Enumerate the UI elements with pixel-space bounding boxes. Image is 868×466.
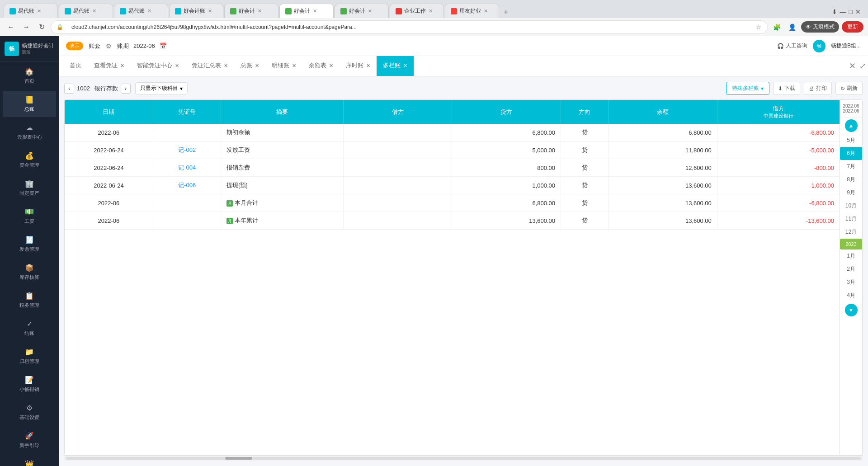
tab-detail-ledger-close[interactable]: ✕ bbox=[292, 63, 296, 69]
browser-tab-8[interactable]: 企业工作 ✕ bbox=[390, 4, 444, 18]
browser-tab-4[interactable]: 好会计账 ✕ bbox=[169, 4, 223, 18]
tab-multi-col-close[interactable]: ✕ bbox=[403, 63, 407, 69]
tab-icon-2 bbox=[65, 8, 71, 14]
account-name: 银行存款 bbox=[94, 85, 118, 93]
tab-voucher-view[interactable]: 查看凭证 ✕ bbox=[88, 56, 131, 76]
tab-detail-ledger[interactable]: 明细账 ✕ bbox=[265, 56, 302, 76]
print-button[interactable]: 🖨 打印 bbox=[804, 82, 832, 95]
tab-close-2[interactable]: ✕ bbox=[92, 8, 96, 14]
browser-tab-7[interactable]: 好会计 ✕ bbox=[335, 4, 389, 18]
tab-journal-close[interactable]: ✕ bbox=[366, 63, 370, 69]
tab-general-ledger-close[interactable]: ✕ bbox=[255, 63, 259, 69]
date-9[interactable]: 9月 bbox=[840, 186, 862, 199]
tab-voucher-summary[interactable]: 凭证汇总表 ✕ bbox=[185, 56, 234, 76]
date-scroll-up[interactable]: ▲ bbox=[845, 119, 858, 132]
tab-close-1[interactable]: ✕ bbox=[37, 8, 41, 14]
prev-account-button[interactable]: ‹ bbox=[64, 84, 74, 94]
date-10[interactable]: 10月 bbox=[840, 199, 862, 212]
tab-multi-col[interactable]: 多栏账 ✕ bbox=[377, 56, 414, 76]
tab-list-button[interactable]: ⬇ bbox=[832, 8, 837, 15]
update-button[interactable]: 更新 bbox=[842, 21, 863, 33]
tab-journal[interactable]: 序时账 ✕ bbox=[340, 56, 377, 76]
refresh-browser-button[interactable]: ↻ bbox=[35, 21, 48, 33]
sidebar-item-archive[interactable]: 📁 归档管理 bbox=[3, 343, 56, 369]
tab-icon-8 bbox=[396, 8, 402, 14]
tab-home[interactable]: 首页 bbox=[63, 56, 88, 76]
tab-close-4[interactable]: ✕ bbox=[208, 8, 212, 14]
voucher-link[interactable]: 记-006 bbox=[178, 182, 196, 188]
bookmark-icon[interactable]: ☆ bbox=[756, 24, 762, 31]
date-7[interactable]: 7月 bbox=[840, 160, 862, 173]
voucher-link[interactable]: 记-004 bbox=[178, 164, 196, 171]
consult-button[interactable]: 🎧 人工咨询 bbox=[777, 42, 807, 50]
sidebar-item-member[interactable]: 👑 畅会员 bbox=[3, 455, 56, 466]
extensions-button[interactable]: 🧩 bbox=[770, 21, 783, 33]
date-11[interactable]: 11月 bbox=[840, 212, 862, 226]
sidebar-item-inventory[interactable]: 📦 库存核算 bbox=[3, 259, 56, 285]
browser-tab-3[interactable]: 易代账 ✕ bbox=[114, 4, 168, 18]
minimize-button[interactable]: — bbox=[840, 8, 846, 15]
tab-close-6[interactable]: ✕ bbox=[313, 8, 317, 14]
sidebar-item-assets[interactable]: 🏢 固定资产 bbox=[3, 175, 56, 201]
tab-close-8[interactable]: ✕ bbox=[429, 8, 433, 14]
settings-config-button[interactable]: ⚙ bbox=[106, 42, 112, 50]
tab-general-ledger[interactable]: 总账 ✕ bbox=[234, 56, 265, 76]
sidebar-item-reports[interactable]: ☁ 云报表中心 bbox=[3, 119, 56, 145]
voucher-link[interactable]: 记-002 bbox=[178, 146, 196, 153]
tab-expand-button[interactable]: ⤢ bbox=[858, 59, 868, 73]
browser-tab-9[interactable]: 用友好业 ✕ bbox=[445, 4, 499, 18]
tab-close-3[interactable]: ✕ bbox=[147, 8, 151, 14]
tab-close-9[interactable]: ✕ bbox=[484, 8, 488, 14]
sidebar-item-tax[interactable]: 📋 税务管理 bbox=[3, 287, 56, 313]
col-credit: 贷方 bbox=[452, 100, 561, 124]
sidebar-item-home[interactable]: 🏠 首页 bbox=[3, 63, 56, 89]
tab-voucher-view-close[interactable]: ✕ bbox=[120, 63, 124, 69]
download-button[interactable]: ⬇ 下载 bbox=[773, 82, 800, 95]
sidebar-item-ledger[interactable]: 📒 总账 bbox=[3, 91, 56, 117]
sidebar-item-guide[interactable]: 🚀 新手引导 bbox=[3, 427, 56, 453]
cell-date: 2022-06 bbox=[65, 212, 153, 230]
tab-balance-table-close[interactable]: ✕ bbox=[329, 63, 333, 69]
back-button[interactable]: ← bbox=[5, 21, 17, 33]
date-3[interactable]: 3月 bbox=[840, 276, 862, 289]
sidebar-item-salary[interactable]: 💵 工资 bbox=[3, 203, 56, 229]
tab-close-5[interactable]: ✕ bbox=[258, 8, 262, 14]
browser-tab-1[interactable]: 易代账 ✕ bbox=[4, 4, 58, 18]
date-scroll-down[interactable]: ▼ bbox=[845, 304, 858, 316]
new-tab-button[interactable]: + bbox=[500, 6, 512, 18]
tab-smart-voucher[interactable]: 智能凭证中心 ✕ bbox=[131, 56, 185, 76]
date-1[interactable]: 1月 bbox=[840, 249, 862, 263]
app-logo: 畅 bbox=[5, 42, 19, 56]
forward-button[interactable]: → bbox=[20, 21, 33, 33]
tab-collapse-button[interactable]: ✕ bbox=[847, 59, 858, 73]
date-8[interactable]: 8月 bbox=[840, 173, 862, 186]
next-account-button[interactable]: › bbox=[121, 84, 131, 94]
tab-close-7[interactable]: ✕ bbox=[368, 8, 372, 14]
sidebar-item-funds[interactable]: 💰 资金管理 bbox=[3, 147, 56, 173]
sidebar-item-expense[interactable]: 📝 小畅报销 bbox=[3, 371, 56, 397]
profile-button[interactable]: 👤 bbox=[786, 21, 798, 33]
browser-tab-2[interactable]: 易代账 ✕ bbox=[59, 4, 113, 18]
browser-tab-5[interactable]: 好会计 ✕ bbox=[224, 4, 278, 18]
maximize-button[interactable]: □ bbox=[849, 8, 853, 15]
calendar-icon[interactable]: 📅 bbox=[160, 42, 167, 49]
cell-balance: 6,800.00 bbox=[609, 124, 717, 141]
sidebar-item-close[interactable]: ✓ 结账 bbox=[3, 315, 56, 341]
filter-select[interactable]: 只显示下级科目 ▾ bbox=[135, 82, 188, 94]
address-input[interactable] bbox=[66, 21, 756, 33]
sidebar-item-invoice[interactable]: 🧾 发票管理 bbox=[3, 231, 56, 257]
date-12[interactable]: 12月 bbox=[840, 226, 862, 239]
date-4[interactable]: 4月 bbox=[840, 289, 862, 302]
sidebar-item-settings[interactable]: ⚙ 基础设置 bbox=[3, 399, 56, 425]
date-2[interactable]: 2月 bbox=[840, 263, 862, 276]
close-window-button[interactable]: ✕ bbox=[855, 8, 861, 15]
tab-balance-table[interactable]: 余额表 ✕ bbox=[302, 56, 340, 76]
date-5[interactable]: 5月 bbox=[840, 134, 862, 147]
browser-tab-6[interactable]: 好会计 ✕ bbox=[279, 4, 334, 18]
date-6[interactable]: 6月 bbox=[840, 147, 862, 160]
refresh-button[interactable]: ↻ 刷新 bbox=[835, 82, 863, 95]
no-trace-button[interactable]: 👁 无痕模式 bbox=[801, 21, 839, 33]
tab-voucher-summary-close[interactable]: ✕ bbox=[224, 63, 228, 69]
multi-col-special-button[interactable]: 特殊多栏账 ▾ bbox=[726, 82, 769, 95]
tab-smart-voucher-close[interactable]: ✕ bbox=[175, 63, 179, 69]
